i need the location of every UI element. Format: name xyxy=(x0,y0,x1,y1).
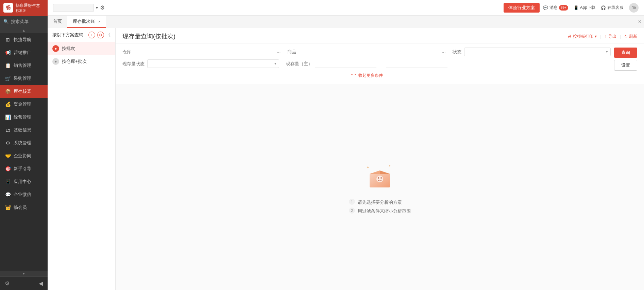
topbar-search-input[interactable] xyxy=(53,4,94,12)
online-service-item[interactable]: 🎧 在线客服 xyxy=(601,5,624,11)
sidebar-item-inventory[interactable]: 📦 库存核算 xyxy=(0,85,48,98)
sidebar-item-member[interactable]: 👑 畅会员 xyxy=(0,201,48,214)
tabs-bar: 首页 库存批次账 × × xyxy=(48,16,644,28)
filter-buttons: 查询 设置 xyxy=(614,48,637,71)
print-btn[interactable]: 🖨 按模板打印 ▾ xyxy=(567,34,597,39)
sidebar-item-marketing[interactable]: 📢 营销推广 xyxy=(0,46,48,59)
svg-point-5 xyxy=(380,177,382,179)
inventory-qty-min[interactable] xyxy=(315,60,376,68)
collapse-panel-btn[interactable]: 《 xyxy=(106,32,111,38)
headset-icon: 🎧 xyxy=(601,5,606,10)
sidebar-item-system[interactable]: ⚙ 系统管理 xyxy=(0,137,48,149)
sidebar-item-finance[interactable]: 💰 资金管理 xyxy=(0,98,48,111)
svg-marker-1 xyxy=(370,170,380,174)
collapse-filter-btn[interactable]: ⌃⌃ 收起更多条件 xyxy=(122,71,611,80)
app-download-item[interactable]: 📱 App下载 xyxy=(574,5,595,11)
collapse-up-icon: ⌃⌃ xyxy=(350,73,357,78)
page-action-divider2: | xyxy=(620,34,621,39)
status-field: 状态 全部 正常 停用 ▾ xyxy=(453,48,611,56)
sidebar-item-enterprise[interactable]: 🤝 企业协同 xyxy=(0,149,48,162)
sidebar-item-label: 销售管理 xyxy=(14,62,31,69)
tab-close-all-btn[interactable]: × xyxy=(638,19,641,25)
product-dots[interactable]: ··· xyxy=(442,49,446,55)
add-scheme-btn[interactable]: + xyxy=(88,32,95,38)
set-btn[interactable]: 设置 xyxy=(614,60,637,71)
sidebar-item-label: 企业微信 xyxy=(14,192,31,198)
avatar-initials: Rit xyxy=(631,6,636,10)
apps-icon: 📱 xyxy=(5,179,11,185)
page-title: 现存量查询(按批次) xyxy=(122,32,175,40)
finance-icon: 💰 xyxy=(5,101,11,107)
sidebar-item-basic[interactable]: 🗂 基础信息 xyxy=(0,124,48,137)
topbar-dropdown-icon[interactable]: ▾ xyxy=(96,5,98,10)
print-dropdown-icon[interactable]: ▾ xyxy=(595,34,597,39)
sidebar-item-purchase[interactable]: 🛒 采购管理 xyxy=(0,72,48,85)
tab-home[interactable]: 首页 xyxy=(48,16,67,28)
export-btn[interactable]: ↑ 导出 xyxy=(605,34,616,39)
inventory-status-select[interactable]: 全部 正数 负数 零 xyxy=(147,59,279,68)
product-field: 商品 ··· xyxy=(287,48,445,56)
message-icon: 💬 xyxy=(543,5,548,10)
page-action-divider: | xyxy=(600,34,601,39)
status-select-wrap: 全部 正常 停用 ▾ xyxy=(464,48,611,56)
app-download-icon: 📱 xyxy=(574,5,579,10)
sidebar-search[interactable]: 🔍 搜索菜单 xyxy=(0,16,48,28)
warehouse-dots[interactable]: ··· xyxy=(277,49,281,55)
scheme-icon-warehouse-batch: ● xyxy=(52,58,59,65)
sidebar-item-operations[interactable]: 📊 经营管理 xyxy=(0,111,48,124)
content-area: 按以下方案查询 + ⚙ 《 ● 按批次 ● 按仓库+批次 xyxy=(48,28,644,290)
sidebar-item-wechat[interactable]: 💬 企业微信 xyxy=(0,188,48,201)
message-item[interactable]: 💬 消息 99+ xyxy=(543,5,568,11)
sidebar-item-apps[interactable]: 📱 应用中心 xyxy=(0,175,48,188)
sales-icon: 📋 xyxy=(5,62,11,69)
page-actions: 🖨 按模板打印 ▾ | ↑ 导出 | ↻ 刷新 xyxy=(567,34,637,39)
svg-marker-2 xyxy=(380,170,390,174)
left-panel-title: 按以下方案查询 xyxy=(52,32,83,38)
svg-text:✦: ✦ xyxy=(366,165,370,170)
tabs-extra: × xyxy=(638,19,644,25)
footer-collapse-btn[interactable]: ◀ xyxy=(39,280,43,287)
app-title: 畅康通好生意 xyxy=(16,3,40,8)
quick-nav-icon: ⊞ xyxy=(5,37,11,43)
sidebar-item-guide[interactable]: 🎯 新手引导 xyxy=(0,162,48,175)
sidebar-item-label: 营销推广 xyxy=(14,50,31,56)
svg-point-3 xyxy=(376,176,383,182)
topbar-search-area: ▾ ⚙ xyxy=(53,4,500,12)
sidebar-item-label: 新手引导 xyxy=(14,166,31,172)
warehouse-input[interactable] xyxy=(134,48,274,56)
scheme-settings-btn[interactable]: ⚙ xyxy=(97,32,104,38)
sidebar-scroll-up[interactable]: ▲ xyxy=(0,28,48,33)
sidebar-item-label: 畅会员 xyxy=(14,204,27,211)
empty-tips: 1 请先选择要分析的方案 2 用过滤条件来缩小分析范围 xyxy=(349,198,411,216)
refresh-btn-label: 刷新 xyxy=(629,34,637,39)
topbar-settings-icon[interactable]: ⚙ xyxy=(100,4,105,11)
empty-tip-1: 1 请先选择要分析的方案 xyxy=(349,198,411,207)
sidebar-item-sales[interactable]: 📋 销售管理 xyxy=(0,59,48,72)
scheme-icon-batch: ● xyxy=(52,45,59,52)
tab-inventory-batch[interactable]: 库存批次账 × xyxy=(67,16,106,28)
sidebar-item-label: 经营管理 xyxy=(14,114,31,120)
scheme-item-batch[interactable]: ● 按批次 xyxy=(48,42,115,55)
sidebar-footer: ⚙ ◀ xyxy=(0,276,48,290)
enterprise-icon: 🤝 xyxy=(5,153,11,159)
app-edition: 标准版 xyxy=(16,8,40,13)
status-select[interactable]: 全部 正常 停用 xyxy=(464,48,611,56)
sidebar-scroll-down[interactable]: ▼ xyxy=(0,271,48,276)
footer-settings-btn[interactable]: ⚙ xyxy=(5,280,10,287)
refresh-icon: ↻ xyxy=(624,34,628,39)
left-panel-header: 按以下方案查询 + ⚙ 《 xyxy=(48,28,115,42)
sidebar-item-label: 基础信息 xyxy=(14,127,31,133)
user-item[interactable]: Rit xyxy=(629,3,639,13)
scheme-item-warehouse-batch[interactable]: ● 按仓库+批次 xyxy=(48,55,115,68)
search-icon: 🔍 xyxy=(3,19,9,24)
product-input[interactable] xyxy=(299,48,439,56)
svg-point-4 xyxy=(378,177,379,179)
trial-btn[interactable]: 体验行业方案 xyxy=(504,3,540,13)
query-btn[interactable]: 查询 xyxy=(614,48,637,58)
sidebar-item-quick-nav[interactable]: ⊞ 快捷导航 xyxy=(0,33,48,46)
inventory-qty-max[interactable] xyxy=(386,60,447,68)
message-badge: 99+ xyxy=(559,5,568,11)
refresh-btn[interactable]: ↻ 刷新 xyxy=(624,34,637,39)
tab-close-btn[interactable]: × xyxy=(98,19,100,23)
sidebar-header: 畅 畅康通好生意 标准版 xyxy=(0,0,48,16)
